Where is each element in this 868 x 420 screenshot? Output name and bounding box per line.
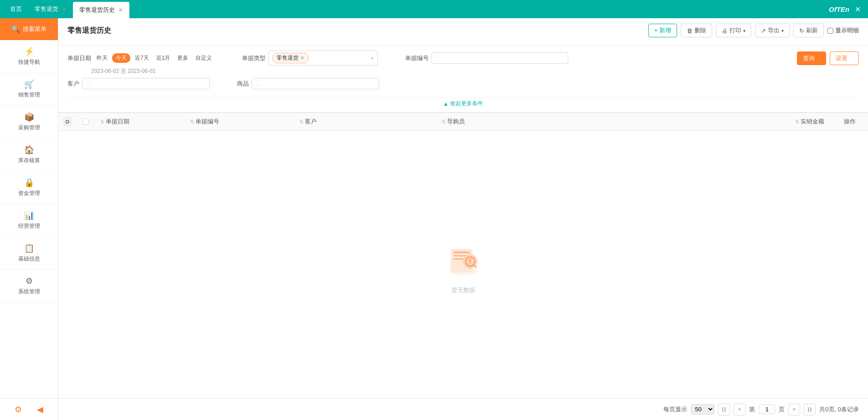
sidebar-item-system[interactable]: ⚙ 系统管理 — [0, 270, 58, 302]
tab-retail-return[interactable]: 零售退货 ✕ — [28, 0, 73, 18]
date-range-text: 2023-06-02 至 2023-06-02 — [91, 68, 155, 74]
sidebar-item-label-finance: 资金管理 — [18, 190, 40, 197]
sidebar-item-finance[interactable]: 🔒 资金管理 — [0, 171, 58, 204]
page-input[interactable] — [759, 405, 775, 414]
sidebar-item-quick-nav[interactable]: ⚡ 快捷导航 — [0, 40, 58, 73]
date-option-custom[interactable]: 自定义 — [193, 53, 215, 63]
show-detail-checkbox[interactable] — [827, 28, 833, 34]
last-page-btn[interactable]: ⟩⟩ — [804, 404, 816, 415]
column-settings-icon[interactable]: ⚙ — [64, 118, 71, 126]
sales-mgmt-icon: 🛒 — [24, 79, 34, 89]
show-detail-label: 显示明细 — [835, 26, 859, 35]
sort-icon-date: ⇅ — [100, 119, 104, 125]
sidebar-item-basic-info[interactable]: 📋 基础信息 — [0, 237, 58, 270]
date-option-today[interactable]: 今天 — [112, 53, 130, 63]
customer-input[interactable]: ... — [82, 78, 210, 89]
per-page-label: 每页显示 — [663, 405, 687, 414]
tab-retail-return-history-close[interactable]: ✕ — [118, 7, 123, 13]
sort-icon-no: ⇅ — [190, 119, 194, 125]
page-unit-label: 页 — [779, 405, 785, 414]
date-option-7days[interactable]: 近7天 — [132, 53, 152, 63]
goods-input[interactable]: ... — [252, 78, 379, 89]
per-page-select[interactable]: 10 20 50 100 — [691, 404, 714, 415]
settings-gear-icon[interactable]: ⚙ — [15, 405, 22, 415]
toolbar: + 新增 🗑 删除 🖨 打印 ▾ ↗ 导出 ▾ — [648, 24, 859, 37]
collapse-label: 收起更多条件 — [450, 100, 483, 108]
th-no-label: 单据编号 — [195, 118, 219, 126]
type-tag-label: 零售退货 — [277, 54, 298, 62]
tab-home-label: 首页 — [10, 5, 22, 13]
basic-info-icon: 📋 — [24, 243, 34, 253]
next-page-btn[interactable]: ＞ — [788, 404, 800, 415]
print-button[interactable]: 🖨 打印 ▾ — [716, 24, 751, 37]
settings-button[interactable]: 设置 — [830, 51, 859, 65]
sidebar-item-purchase-mgmt[interactable]: 📦 采购管理 — [0, 106, 58, 138]
new-button[interactable]: + 新增 — [648, 24, 677, 37]
th-settings: ⚙ — [58, 118, 77, 126]
th-customer: ⇅ 客户 — [294, 118, 436, 126]
page-label: 第 — [749, 405, 755, 414]
filter-customer-group: 客户 ... — [67, 78, 210, 89]
search-icon: 🔍 — [11, 25, 20, 33]
collapse-bar[interactable]: ▲ 收起更多条件 — [67, 97, 859, 112]
finance-icon: 🔒 — [24, 178, 34, 188]
select-all-checkbox[interactable] — [82, 118, 89, 125]
th-date: ⇅ 单据日期 — [95, 118, 185, 126]
th-checkbox — [77, 118, 95, 125]
type-select[interactable]: 零售退货 ✕ ▾ — [268, 51, 378, 66]
delete-button[interactable]: 🗑 删除 — [681, 24, 712, 37]
table-container: ⚙ ⇅ 单据日期 ⇅ 单据编号 ⇅ 客户 ⇅ — [58, 112, 868, 398]
sidebar-item-label-inventory: 库存核算 — [18, 157, 40, 164]
date-option-1month[interactable]: 近1月 — [154, 53, 173, 63]
sidebar-item-operations[interactable]: 📊 经营管理 — [0, 204, 58, 237]
sidebar-item-label-quick-nav: 快捷导航 — [18, 58, 40, 66]
sidebar: 🔍 搜索菜单 ⚡ 快捷导航 🛒 销售管理 📦 采购管理 🏠 库存核算 🔒 — [0, 18, 58, 420]
sort-icon-amount: ⇅ — [795, 119, 799, 125]
date-options: 昨天 今天 近7天 近1月 更多 自定义 — [94, 53, 215, 63]
refresh-icon: ↻ — [799, 27, 804, 34]
delete-icon: 🗑 — [687, 27, 693, 34]
filter-goods-group: 商品 ... — [237, 78, 379, 89]
system-icon: ⚙ — [26, 276, 33, 286]
th-no: ⇅ 单据编号 — [185, 118, 294, 126]
sidebar-collapse-icon[interactable]: ◀ — [37, 405, 43, 415]
filter-date-group: 单据日期 昨天 今天 近7天 近1月 更多 自定义 — [67, 53, 215, 63]
svg-rect-2 — [453, 251, 470, 253]
customer-placeholder: ... — [86, 80, 91, 87]
th-customer-label: 客户 — [305, 118, 317, 126]
first-page-btn[interactable]: ⟨⟨ — [718, 404, 730, 415]
query-buttons: 查询 设置 — [797, 51, 859, 65]
type-tag-remove[interactable]: ✕ — [300, 55, 304, 61]
sidebar-item-sales-mgmt[interactable]: 🛒 销售管理 — [0, 73, 58, 106]
date-option-yesterday[interactable]: 昨天 — [94, 53, 110, 63]
operations-icon: 📊 — [24, 210, 34, 220]
filter-voucher-group: 单据编号 — [405, 52, 568, 64]
sidebar-item-inventory[interactable]: 🏠 库存核算 — [0, 138, 58, 171]
sort-icon-customer: ⇅ — [299, 119, 303, 125]
empty-text: 暂无数据 — [452, 286, 475, 294]
tab-retail-return-history[interactable]: 零售退货历史 ✕ — [73, 2, 129, 18]
search-menu-label: 搜索菜单 — [23, 25, 46, 33]
search-menu-box[interactable]: 🔍 搜索菜单 — [0, 18, 58, 40]
sort-icon-guide: ⇅ — [442, 119, 446, 125]
svg-rect-4 — [453, 258, 463, 260]
export-icon: ↗ — [761, 27, 766, 34]
refresh-button[interactable]: ↻ 刷新 — [793, 24, 824, 37]
sidebar-menu: ⚡ 快捷导航 🛒 销售管理 📦 采购管理 🏠 库存核算 🔒 资金管理 📊 — [0, 40, 58, 398]
voucher-filter-label: 单据编号 — [405, 54, 429, 62]
voucher-input[interactable] — [431, 52, 568, 64]
prev-page-btn[interactable]: ＜ — [734, 404, 745, 415]
query-button[interactable]: 查询 — [797, 51, 826, 65]
date-option-more[interactable]: 更多 — [175, 53, 191, 63]
empty-state: 暂无数据 — [58, 131, 868, 398]
sidebar-item-label-basic-info: 基础信息 — [18, 255, 40, 263]
window-close-icon[interactable]: ✕ — [855, 5, 861, 14]
goods-filter-label: 商品 — [237, 80, 249, 88]
tab-home[interactable]: 首页 — [4, 0, 28, 18]
tab-retail-return-close[interactable]: ✕ — [62, 6, 67, 12]
th-amount: ⇅ 实销金额 — [753, 118, 832, 126]
th-guide: ⇅ 导购员 — [436, 118, 545, 126]
th-action: 操作 — [832, 118, 868, 126]
export-button[interactable]: ↗ 导出 ▾ — [755, 24, 790, 37]
show-detail-checkbox-group[interactable]: 显示明细 — [827, 26, 859, 35]
